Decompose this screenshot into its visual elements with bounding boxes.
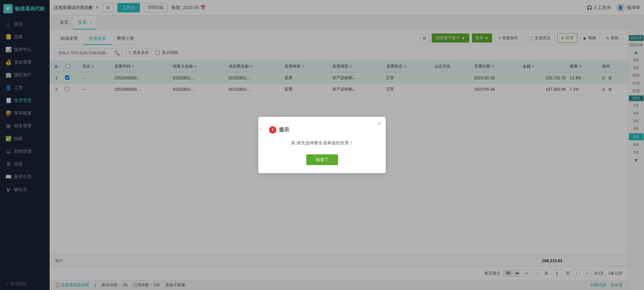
modal-message: 亲,请先选择要生成单据的发票！ (269, 140, 375, 147)
modal-overlay: × ! 提示 亲,请先选择要生成单据的发票！ 知道了 (0, 0, 644, 290)
warning-icon: ! (269, 126, 276, 134)
modal-close-button[interactable]: × (377, 120, 381, 127)
modal-title-row: ! 提示 (269, 126, 375, 134)
modal-dialog: × ! 提示 亲,请先选择要生成单据的发票！ 知道了 (258, 117, 386, 173)
modal-ok-button[interactable]: 知道了 (306, 154, 338, 165)
modal-footer: 知道了 (269, 154, 375, 165)
modal-title-text: 提示 (279, 127, 289, 133)
